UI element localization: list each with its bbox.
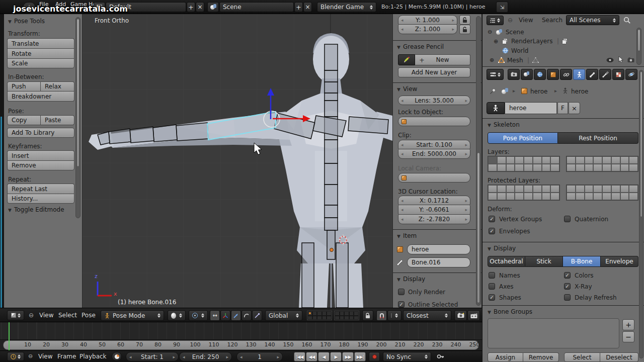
tab-world[interactable] [534,69,546,80]
vertex-groups-checkbox[interactable] [489,216,495,222]
scene-field[interactable]: Scene [219,2,294,12]
lock-y-button[interactable] [459,15,470,25]
lens-field[interactable]: ◂Lens: 35.000▸ [398,96,470,105]
protected-layers-grid-2[interactable] [566,185,638,201]
search-icon[interactable] [623,17,631,24]
timeline-ruler-area[interactable] [0,322,482,340]
tab-armature-data[interactable] [573,69,585,80]
pin-icon[interactable] [490,88,496,95]
prev-keyframe-button[interactable]: ◀◀ [306,352,317,361]
remove-button[interactable]: Remove [523,352,559,362]
outliner-item-scene[interactable]: Scene [506,29,524,36]
outliner-editor-type-button[interactable] [487,16,504,25]
outliner-menu-search[interactable]: Search [542,17,562,24]
mode-select[interactable]: Pose Mode [101,310,164,321]
current-frame-field[interactable]: ◂1▸ [236,352,283,361]
outliner-scrollbar[interactable] [636,28,641,65]
selectability-cursor-icon[interactable] [618,56,624,63]
view-panel-header[interactable]: ▼View [397,85,417,93]
armature-layers-grid-1[interactable] [488,156,560,172]
fake-user-button[interactable]: F [557,102,568,114]
cursor-z-field[interactable]: ◂Z: -2.7820▸ [398,215,470,224]
timeline-menu-view[interactable]: View [38,353,52,360]
snap-toggle-button[interactable] [376,310,387,321]
item-object-name-field[interactable]: heroe [407,244,470,254]
jump-to-end-button[interactable]: ▶▶| [354,352,366,361]
display-panel-header[interactable]: ▼Display [488,245,516,252]
tree-collapse-icon[interactable]: ⊖ [488,29,492,35]
visibility-eye-icon[interactable] [606,57,614,63]
grease-pencil-new-button[interactable]: + New [415,54,470,65]
outline-selected-checkbox[interactable] [398,301,405,308]
breadcrumb-data-name[interactable]: heroe [571,88,588,95]
outliner-item-world[interactable]: World [511,47,528,54]
pose-tools-panel-header[interactable]: ▼Pose Tools [8,18,45,25]
tab-object[interactable] [547,69,559,80]
envelope-button[interactable]: Envelope [601,256,638,267]
viewport-menu-pose[interactable]: Pose [82,312,96,319]
deselect-button[interactable]: Deselect [600,352,638,362]
octahedral-button[interactable]: Octahedral [488,256,525,267]
timeline-menu-playback[interactable]: Playback [79,353,107,360]
bone-groups-list[interactable] [488,318,619,348]
outliner-collapse-icon[interactable]: ⊖ [508,17,513,24]
copy-button[interactable]: Copy [7,115,41,125]
add-to-library-button[interactable]: Add To Library [7,128,74,138]
tree-expand-icon[interactable]: ⊕ [490,57,494,63]
axes-checkbox[interactable] [489,283,495,290]
lock-to-object-field[interactable] [398,117,470,126]
breakdowner-button[interactable]: Breakdowner [7,92,74,102]
timeline-collapse-icon[interactable]: ⊖ [28,353,33,359]
tool-shelf-scrollbar[interactable] [75,17,80,218]
display-panel-header[interactable]: ▼Display [397,276,425,283]
timeline-playhead[interactable] [9,322,10,350]
skeleton-panel-header[interactable]: ▼Skeleton [488,121,520,128]
bone-group-add-button[interactable]: + [622,319,634,330]
tab-constraints[interactable] [560,69,572,80]
keying-set-icon[interactable] [437,353,445,360]
jump-to-start-button[interactable]: |◀◀ [294,352,305,361]
render-opengl-anim-button[interactable] [467,310,480,321]
properties-editor-type-button[interactable] [487,69,504,80]
viewport-layers-grid-2[interactable] [334,311,359,320]
delay-refresh-checkbox[interactable] [564,294,571,301]
shading-select[interactable] [168,310,186,321]
window-duplicate-icon[interactable]: ⇲ [496,2,508,13]
item-panel-header[interactable]: ▼Item [397,232,417,239]
shapes-checkbox[interactable] [489,294,495,301]
play-reverse-button[interactable]: ◀ [318,352,330,361]
viewport-menu-view[interactable]: View [39,312,53,319]
bbone-button[interactable]: B-Bone [563,256,601,267]
manipulator-scale-button[interactable] [252,310,262,321]
relax-button[interactable]: Relax [41,81,74,92]
assign-button[interactable]: Assign [488,352,523,362]
grease-pencil-panel-header[interactable]: ▼Grease Pencil [397,43,444,50]
viewport-3d[interactable]: Front Ortho z x (1) heroe Bone.016 [83,14,392,308]
cursor-x-field[interactable]: ◂X: 0.1712▸ [398,196,470,205]
sync-select[interactable]: No Sync [383,352,431,361]
editor-type-button[interactable] [7,310,24,320]
scale-button[interactable]: Scale [7,58,74,68]
colors-checkbox[interactable] [564,272,571,279]
frame-start-field[interactable]: ◂Start: 1▸ [126,352,179,361]
manipulator-rotate-button[interactable] [242,310,252,321]
names-checkbox[interactable] [489,272,495,279]
remove-keyframe-button[interactable]: Remove [7,160,74,170]
viewport-layers-grid-1[interactable] [307,311,332,320]
translate-button[interactable]: Translate [7,38,74,48]
snap-element-select[interactable] [387,310,401,321]
rotate-button[interactable]: Rotate [7,48,74,58]
outliner-item-renderlayers[interactable]: RenderLayers [511,38,552,45]
tab-scene[interactable] [521,69,533,80]
render-opengl-button[interactable] [454,310,467,321]
push-button[interactable]: Push [7,81,41,92]
outliner-menu-view[interactable]: View [519,17,533,24]
manipulator-translate-button[interactable] [231,310,241,321]
use-preview-range-button[interactable] [112,352,122,361]
orientation-select[interactable]: Global [265,310,302,321]
scale-z-field[interactable]: ◂Z: 1.000▸ [398,25,457,34]
paste-button[interactable]: Paste [41,115,74,125]
history-button[interactable]: History... [7,194,74,204]
breadcrumb-scene-icon[interactable] [502,88,508,95]
envelopes-checkbox[interactable] [489,228,495,234]
